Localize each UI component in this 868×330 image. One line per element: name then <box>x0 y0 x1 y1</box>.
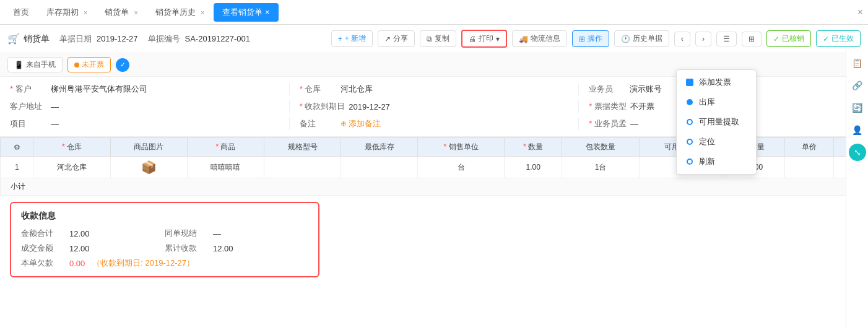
main-area: 🛒 销货单 单据日期 2019-12-27 单据编号 SA-20191227-0… <box>0 25 868 330</box>
locate-icon <box>685 137 694 146</box>
view-grid-button[interactable]: ⊞ <box>742 32 762 46</box>
doc-meta: 单据日期 2019-12-27 单据编号 SA-20191227-001 <box>59 33 250 45</box>
cell-min-stock <box>341 157 418 178</box>
cell-sales-unit: 台 <box>418 157 504 178</box>
share-icon: ↗ <box>384 35 391 43</box>
right-panel: 📋 🔗 🔄 👤 ⤡ <box>846 50 868 330</box>
cell-seq: 1 <box>1 157 33 178</box>
available-qty-icon <box>685 118 694 126</box>
panel-icon-link[interactable]: 🔗 <box>849 77 866 94</box>
address-label: 客户地址 <box>10 101 47 112</box>
customer-label: 客户 <box>10 84 47 95</box>
copy-button[interactable]: ⧉ 复制 <box>420 30 456 47</box>
operations-button[interactable]: ⊞ 操作 <box>572 30 609 47</box>
tab-home[interactable]: 首页 <box>5 2 37 22</box>
col-quantity: 数量 <box>504 138 562 157</box>
add-invoice-icon <box>685 78 694 87</box>
effective-check-icon: ✓ <box>823 35 829 43</box>
new-button[interactable]: + + 新增 <box>331 30 373 47</box>
cumulative-value: 12.00 <box>213 244 233 253</box>
current-due-label: 本单欠款 <box>21 258 64 269</box>
tab-inventory-close[interactable]: × <box>84 9 87 16</box>
tab-sales[interactable]: 销货单 × <box>97 2 145 22</box>
doc-title: 🛒 销货单 <box>7 33 50 45</box>
tab-inventory-label: 库存期初 <box>46 7 79 18</box>
summary-title: 收款信息 <box>21 211 308 222</box>
project-value: — <box>51 119 59 129</box>
view-list-button[interactable]: ☰ <box>716 32 737 46</box>
cancel-status-button[interactable]: ✓ 已核销 <box>766 30 811 47</box>
memo-label: 备注 <box>300 118 337 129</box>
tab-query-sales[interactable]: 查看销货单 × <box>214 3 278 22</box>
not-open-button[interactable]: 未开票 <box>67 57 111 72</box>
memo-add[interactable]: ⊕ 添加备注 <box>341 118 381 129</box>
truck-icon: 🚚 <box>519 35 528 43</box>
operations-dropdown: 添加发票 出库 可用量提取 定位 刷新 <box>676 69 757 175</box>
total-label: 金额合计 <box>21 228 64 239</box>
tab-sales-label: 销货单 <box>105 7 129 18</box>
confirm-button[interactable]: ✓ <box>116 58 129 72</box>
doc-actions: + + 新增 ↗ 分享 ⧉ 复制 🖨 打印 ▾ 🚚 物流信息 ⊞ <box>331 30 861 48</box>
panel-icon-user[interactable]: 👤 <box>849 121 866 139</box>
dropdown-item-available-qty[interactable]: 可用量提取 <box>677 112 756 132</box>
col-settings: ⚙ <box>1 138 33 157</box>
payment-date-label: 收款到期日 <box>300 101 345 112</box>
tab-inventory[interactable]: 库存期初 × <box>38 2 95 22</box>
dropdown-item-locate[interactable]: 定位 <box>677 132 756 152</box>
deal-amount-row: 成交金额 12.00 <box>21 243 165 254</box>
panel-icon-doc[interactable]: 📋 <box>849 54 866 72</box>
from-phone-button[interactable]: 📱 来自手机 <box>7 57 63 72</box>
print-dropdown-arrow: ▾ <box>496 35 500 43</box>
dropdown-item-add-invoice[interactable]: 添加发票 <box>677 72 756 92</box>
tab-sales-close[interactable]: × <box>134 9 137 16</box>
print-button[interactable]: 🖨 打印 ▾ <box>461 30 507 48</box>
project-label: 项目 <box>10 118 47 129</box>
salesman-value: — <box>630 119 638 129</box>
close-all-button[interactable]: × <box>857 7 863 18</box>
history-button[interactable]: 🕐 历史单据 <box>614 30 669 47</box>
total-row: 金额合计 12.00 <box>21 228 165 239</box>
employee-label: 业务员 <box>589 84 626 95</box>
subtotal-label: 小计 <box>1 178 868 196</box>
history-icon: 🕐 <box>621 35 630 43</box>
employee-value: 演示账号 <box>630 84 662 95</box>
subtotal-row: 小计 <box>1 178 868 196</box>
dropdown-item-refresh[interactable]: 刷新 <box>677 152 756 172</box>
col-product: 商品 <box>187 138 264 157</box>
sep5 <box>289 118 290 130</box>
sales-icon: 🛒 <box>7 33 20 45</box>
add-invoice-label: 添加发票 <box>699 77 731 88</box>
nav-next-button[interactable]: › <box>695 32 711 46</box>
sep4 <box>578 100 579 113</box>
cell-package-qty: 1台 <box>562 157 639 178</box>
panel-icon-expand[interactable]: ⤡ <box>849 144 866 161</box>
cell-quantity: 1.00 <box>504 157 562 178</box>
print-icon: 🖨 <box>469 35 476 43</box>
col-package-qty: 包装数量 <box>562 138 639 157</box>
tab-sales-history[interactable]: 销货单历史 × <box>147 2 212 22</box>
refresh-icon <box>685 157 694 166</box>
panel-icon-refresh[interactable]: 🔄 <box>849 99 866 116</box>
same-order-label: 同单现结 <box>165 228 208 239</box>
col-image: 商品图片 <box>110 138 187 157</box>
sep3 <box>289 100 290 113</box>
share-button[interactable]: ↗ 分享 <box>378 30 415 47</box>
circle-orange-icon <box>74 63 79 67</box>
effective-status-button[interactable]: ✓ 已生效 <box>816 30 861 47</box>
address-value: — <box>51 102 59 111</box>
tab-bar: 首页 库存期初 × 销货单 × 销货单历史 × 查看销货单 × × <box>0 0 868 25</box>
cell-image: 📦 <box>110 157 187 178</box>
tab-home-label: 首页 <box>13 7 29 18</box>
nav-prev-button[interactable]: ‹ <box>674 32 690 46</box>
col-min-stock: 最低库存 <box>341 138 418 157</box>
tab-query-close[interactable]: × <box>265 7 270 17</box>
salesman-label: 业务员孟 <box>589 118 627 129</box>
dropdown-item-outbound[interactable]: 出库 <box>677 92 756 112</box>
payment-date-value: 2019-12-27 <box>349 102 390 111</box>
due-note: （收款到期日: 2019-12-27） <box>92 258 194 269</box>
customer-field: 客户 柳州粤港平安气体有限公司 <box>10 84 279 95</box>
cell-product: 嘻嘻嘻嘻 <box>187 157 264 178</box>
tab-sales-history-close[interactable]: × <box>201 9 204 16</box>
logistics-button[interactable]: 🚚 物流信息 <box>512 30 567 47</box>
warehouse-field: 仓库 河北仓库 <box>300 84 569 95</box>
